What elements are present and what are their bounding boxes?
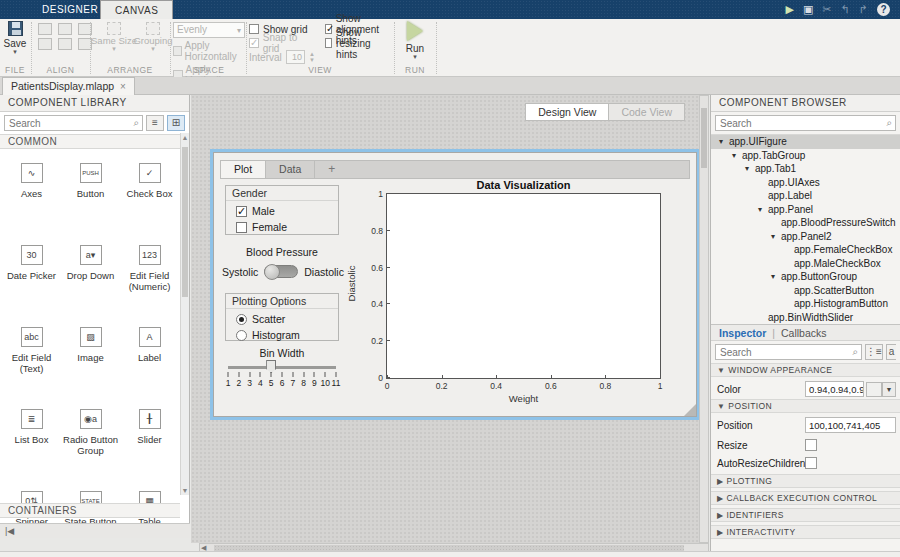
canvas-vertical-scrollbar[interactable] (699, 95, 709, 543)
plotting-options-panel[interactable]: Plotting Options Scatter Histogram (225, 293, 339, 341)
app-figure[interactable]: Plot Data + Gender Male Female Blood Pre… (213, 152, 697, 417)
tree-item[interactable]: ▾ app.ScatterButton (711, 284, 900, 298)
gender-panel[interactable]: Gender Male Female (225, 185, 339, 235)
blood-pressure-label[interactable]: Blood Pressure (225, 246, 339, 258)
containers-section-header[interactable]: CONTAINERS (0, 503, 180, 518)
add-tab-button[interactable]: + (315, 161, 348, 178)
resize-checkbox[interactable] (805, 439, 817, 451)
bin-width-label[interactable]: Bin Width (225, 347, 339, 359)
quick-undo-icon[interactable]: ↰ (841, 3, 850, 16)
tree-item[interactable]: ▾ app.UIFigure (711, 135, 900, 149)
inspector-search-input[interactable] (716, 345, 861, 359)
collapsed-section[interactable]: ▶IDENTIFIERS (711, 508, 900, 522)
browser-search[interactable]: ⌕ (715, 115, 896, 131)
grid-view-button[interactable]: ⊞ (167, 115, 185, 131)
grouping-button[interactable]: Grouping ▾ (137, 19, 169, 51)
quick-save-icon[interactable]: ▣ (803, 3, 813, 16)
color-swatch[interactable] (866, 382, 882, 397)
component-item[interactable]: ∿ Axes (2, 153, 61, 229)
design-canvas[interactable]: Design View Code View Plot Data + Gender… (191, 95, 699, 543)
close-tab-icon[interactable]: × (120, 81, 126, 92)
tree-item[interactable]: ▾ app.TabGroup (711, 149, 900, 163)
tree-item[interactable]: ▾ app.UIAxes (711, 176, 900, 190)
component-item[interactable]: ▨ Image (61, 317, 120, 393)
caret-down-icon[interactable]: ▾ (732, 151, 742, 160)
tree-item[interactable]: ▾ app.Tab1 (711, 162, 900, 176)
save-button[interactable]: Save ▾ (0, 19, 30, 54)
align-center-icon[interactable] (58, 23, 72, 35)
quick-run-icon[interactable]: ▶ (785, 3, 793, 16)
tree-item[interactable]: ▾ app.Panel (711, 203, 900, 217)
library-scrollbar[interactable]: ▲▼ (180, 133, 189, 495)
caret-down-icon[interactable]: ▾ (771, 272, 781, 281)
caret-down-icon[interactable]: ▾ (745, 164, 755, 173)
inspector-search[interactable]: ⌕ (715, 344, 862, 360)
tree-item[interactable]: ▾ app.FemaleCheckBox (711, 243, 900, 257)
save-dropdown-icon[interactable]: ▾ (13, 49, 17, 54)
apply-horizontally-button[interactable]: Apply Horizontally (173, 40, 243, 62)
male-checkbox[interactable]: Male (226, 201, 338, 217)
scatter-radio[interactable]: Scatter (226, 309, 338, 325)
quick-cut-icon[interactable]: ✂ (822, 3, 831, 16)
inspector-tab[interactable]: Inspector (719, 327, 766, 339)
color-dropdown-icon[interactable]: ▼ (882, 382, 896, 397)
tree-item[interactable]: ▾ app.HistogramButton (711, 297, 900, 311)
component-item[interactable]: 123 Edit Field (Numeric) (120, 235, 179, 311)
run-dropdown-icon[interactable]: ▾ (413, 54, 417, 59)
tree-item[interactable]: ▾ app.ButtonGroup (711, 270, 900, 284)
collapsed-section[interactable]: ▶PLOTTING (711, 474, 900, 488)
female-checkbox[interactable]: Female (226, 217, 338, 233)
collapsed-section[interactable]: ▶INTERACTIVITY (711, 525, 900, 539)
align-middle-icon[interactable] (58, 38, 72, 50)
quick-redo-icon[interactable]: ↱ (859, 3, 868, 16)
position-section[interactable]: ▼POSITION (711, 399, 900, 413)
app-tab-plot[interactable]: Plot (221, 161, 266, 178)
sort-az-button[interactable]: a (886, 344, 896, 360)
help-icon[interactable]: ? (877, 3, 890, 16)
same-size-button[interactable]: Same Size ▾ (91, 19, 137, 51)
uiaxes-plot-area[interactable]: 00.20.40.60.81 00.20.40.60.81 (386, 193, 661, 379)
document-tab[interactable]: PatientsDisplay.mlapp× (2, 77, 135, 95)
category-view-button[interactable]: ⋮≡ (865, 344, 883, 360)
autoresize-checkbox[interactable] (805, 457, 817, 469)
figure-resize-grip[interactable] (684, 404, 696, 416)
component-item[interactable]: ✓ Check Box (120, 153, 179, 229)
switch-knob[interactable] (264, 264, 280, 280)
tree-item[interactable]: ▾ app.BinWidthSlider (711, 311, 900, 325)
browser-search-input[interactable] (716, 116, 895, 130)
run-button[interactable]: Run ▾ (396, 19, 434, 59)
library-search[interactable]: ⌕ (4, 115, 143, 131)
window-appearance-section[interactable]: ▼WINDOW APPEARANCE (711, 363, 900, 377)
switch-track[interactable] (264, 265, 298, 278)
code-view-button[interactable]: Code View (609, 104, 684, 120)
design-view-button[interactable]: Design View (526, 104, 609, 120)
component-item[interactable]: ╂ Slider (120, 399, 179, 475)
library-search-input[interactable] (5, 116, 142, 130)
component-item[interactable]: A Label (120, 317, 179, 393)
align-top-icon[interactable] (38, 38, 52, 50)
caret-down-icon[interactable]: ▾ (771, 232, 781, 241)
component-item[interactable]: a▾ Drop Down (61, 235, 120, 311)
align-left-icon[interactable] (38, 23, 52, 35)
component-item[interactable]: 30 Date Picker (2, 235, 61, 311)
tab-canvas[interactable]: CANVAS (100, 0, 173, 19)
caret-down-icon[interactable]: ▾ (719, 137, 729, 146)
tree-item[interactable]: ▾ app.Label (711, 189, 900, 203)
tree-item[interactable]: ▾ app.MaleCheckBox (711, 257, 900, 271)
collapse-panel-button[interactable]: |◀ (0, 523, 190, 538)
histogram-radio[interactable]: Histogram (226, 325, 338, 341)
bin-width-slider[interactable]: 1 2 3 4 5 6 7 8 9 10 (228, 360, 336, 390)
component-item[interactable]: ◉a Radio Button Group (61, 399, 120, 475)
component-item[interactable]: abc Edit Field (Text) (2, 317, 61, 393)
color-value-input[interactable]: 0.94,0.94,0.94 (805, 381, 864, 397)
list-view-button[interactable]: ≡ (146, 115, 164, 131)
axes-title[interactable]: Data Visualization (386, 179, 661, 191)
collapsed-section[interactable]: ▶CALLBACK EXECUTION CONTROL (711, 491, 900, 505)
common-section-header[interactable]: COMMON (0, 134, 189, 149)
tree-item[interactable]: ▾ app.BloodPressureSwitch (711, 216, 900, 230)
position-value-input[interactable]: 100,100,741,405 (805, 417, 896, 433)
blood-pressure-switch[interactable]: Systolic Diastolic (218, 265, 348, 278)
app-tab-data[interactable]: Data (266, 161, 315, 178)
callbacks-tab[interactable]: Callbacks (781, 327, 827, 339)
component-item[interactable]: ≣ List Box (2, 399, 61, 475)
